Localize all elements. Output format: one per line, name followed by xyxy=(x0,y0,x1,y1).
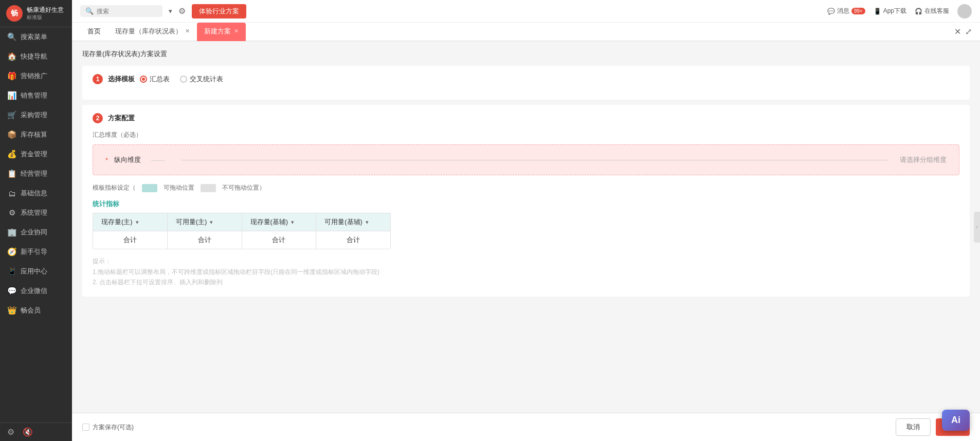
cancel-button[interactable]: 取消 xyxy=(896,418,931,436)
logo: 畅 畅康通好生意 标准版 xyxy=(0,0,72,27)
sidebar-item-search-menu[interactable]: 🔍 搜索菜单 xyxy=(0,27,72,47)
system-icon: ⚙ xyxy=(7,208,16,217)
search-box[interactable]: 🔍 xyxy=(80,5,162,17)
chevron-down-icon-0[interactable]: ▾ xyxy=(136,219,139,226)
stats-header-label-0: 现存量(主) xyxy=(101,217,133,227)
topbar-gear-icon[interactable]: ⚙ xyxy=(178,6,186,16)
dimension-line xyxy=(181,160,887,160)
sidebar-item-operations[interactable]: 📋 经营管理 xyxy=(0,164,72,183)
sidebar-item-app-center[interactable]: 📱 应用中心 xyxy=(0,262,72,281)
tips-section: 提示： 1.拖动标题栏可以调整布局，不可跨维度或指标区域拖动栏目字段(只能在同一… xyxy=(93,257,959,287)
app-download-icon: 📱 xyxy=(874,8,881,15)
tab-inventory-close-icon[interactable]: ✕ xyxy=(185,28,190,34)
tab-new-scheme[interactable]: 新建方案 ✕ xyxy=(197,23,246,41)
tab-expand-icon[interactable]: ⤢ xyxy=(965,27,972,36)
sidebar-item-member[interactable]: 👑 畅会员 xyxy=(0,301,72,320)
step2-header: 2 方案配置 xyxy=(93,113,959,123)
stats-header-col-1[interactable]: 可用量(主) ▾ xyxy=(168,213,242,231)
radio-summary[interactable]: 汇总表 xyxy=(140,75,170,84)
sidebar-item-basic-info[interactable]: 🗂 基础信息 xyxy=(0,183,72,203)
finance-icon: 💰 xyxy=(7,150,16,159)
tab-inventory-status[interactable]: 现存量（库存状况表） ✕ xyxy=(108,23,197,41)
main-area: 🔍 ▾ ⚙ 体验行业方案 💬 消息 99+ 📱 App下载 🎧 在线客服 xyxy=(72,0,980,441)
app-download-button[interactable]: 📱 App下载 xyxy=(874,7,906,15)
page-title: 现存量(库存状况表)方案设置 xyxy=(82,49,970,59)
sidebar-item-system[interactable]: ⚙ 系统管理 xyxy=(0,203,72,223)
tip-item-1: 2. 点击标题栏下拉可设置排序、插入列和删除列 xyxy=(93,278,959,287)
trial-button[interactable]: 体验行业方案 xyxy=(192,4,246,19)
sidebar-item-label: 采购管理 xyxy=(21,111,47,120)
sidebar-item-label: 企业协同 xyxy=(21,228,47,237)
dropdown-chevron-icon: ▾ xyxy=(169,7,172,15)
settings-bottom-icon[interactable]: ⚙ xyxy=(7,427,14,437)
tab-new-scheme-label: 新建方案 xyxy=(204,27,231,36)
radio-summary-label: 汇总表 xyxy=(150,75,170,84)
user-avatar[interactable] xyxy=(957,4,972,19)
sidebar-bottom: ⚙ 🔇 xyxy=(0,422,72,441)
sidebar-nav: 🔍 搜索菜单 🏠 快捷导航 🎁 营销推广 📊 销售管理 🛒 采购管理 📦 库存核… xyxy=(0,27,72,422)
wechat-icon: 💬 xyxy=(7,286,16,296)
logo-icon: 畅 xyxy=(6,5,23,22)
messages-button[interactable]: 💬 消息 99+ xyxy=(827,7,865,15)
topbar-dropdown[interactable]: ▾ xyxy=(169,7,172,15)
tab-home-label: 首页 xyxy=(87,27,101,36)
expand-handle[interactable]: › xyxy=(974,212,980,243)
tips-title: 提示： xyxy=(93,257,959,266)
sidebar-item-finance[interactable]: 💰 资金管理 xyxy=(0,144,72,164)
sidebar-item-quick-nav[interactable]: 🏠 快捷导航 xyxy=(0,47,72,66)
template-radio-group: 汇总表 交叉统计表 xyxy=(140,75,223,84)
sidebar-item-label: 系统管理 xyxy=(21,208,47,217)
save-scheme-checkbox[interactable]: 方案保存(可选) xyxy=(82,423,134,432)
sidebar-item-newbie[interactable]: 🧭 新手引导 xyxy=(0,242,72,262)
sidebar-item-label: 畅会员 xyxy=(21,306,41,315)
operations-icon: 📋 xyxy=(7,169,16,178)
stats-table: 现存量(主) ▾ 可用量(主) ▾ 现存量(基辅) ▾ 可用量(基辅) ▾ xyxy=(93,213,391,249)
non-draggable-indicator-box xyxy=(201,184,216,192)
sidebar-item-label: 搜索菜单 xyxy=(21,32,47,42)
online-service-button[interactable]: 🎧 在线客服 xyxy=(915,7,949,15)
radio-summary-circle xyxy=(140,76,147,83)
radio-crosstab[interactable]: 交叉统计表 xyxy=(180,75,223,84)
step2-title: 方案配置 xyxy=(108,114,135,123)
tab-inventory-status-label: 现存量（库存状况表） xyxy=(115,27,182,36)
sidebar-item-inventory[interactable]: 📦 库存核算 xyxy=(0,125,72,144)
ai-button[interactable]: Ai xyxy=(942,410,970,431)
stats-header-col-3[interactable]: 可用量(基辅) ▾ xyxy=(316,213,390,231)
indicator-label: 模板指标设定（ xyxy=(93,183,136,192)
tab-new-scheme-close-icon[interactable]: ✕ xyxy=(234,28,239,34)
required-mark: * xyxy=(105,156,108,164)
step1-section: 1 选择模板 汇总表 交叉统计表 xyxy=(82,66,970,100)
sidebar-item-sales[interactable]: 📊 销售管理 xyxy=(0,86,72,105)
messages-label: 消息 xyxy=(837,7,849,15)
sidebar-item-wechat[interactable]: 💬 企业微信 xyxy=(0,281,72,301)
tab-home[interactable]: 首页 xyxy=(80,23,108,41)
tab-close-icon[interactable]: ✕ xyxy=(954,27,961,36)
stats-header-col-2[interactable]: 现存量(基辅) ▾ xyxy=(242,213,317,231)
sidebar-item-purchase[interactable]: 🛒 采购管理 xyxy=(0,105,72,125)
app-name: 畅康通好生意 xyxy=(27,6,64,14)
topbar: 🔍 ▾ ⚙ 体验行业方案 💬 消息 99+ 📱 App下载 🎧 在线客服 xyxy=(72,0,980,23)
chevron-down-icon-2[interactable]: ▾ xyxy=(291,219,294,226)
stats-header-col-0[interactable]: 现存量(主) ▾ xyxy=(93,213,168,231)
content-area: 现存量(库存状况表)方案设置 1 选择模板 汇总表 交叉统计表 xyxy=(72,41,980,413)
dimension-pink-area[interactable]: * 纵向维度 —— 请选择分组维度 xyxy=(93,144,959,175)
sidebar-item-enterprise[interactable]: 🏢 企业协同 xyxy=(0,223,72,242)
dimension-label: 汇总维度（必选） xyxy=(93,131,959,139)
draggable-indicator-box xyxy=(142,184,157,192)
sidebar-item-label: 营销推广 xyxy=(21,71,47,81)
bottom-bar: 方案保存(可选) 取消 查询 xyxy=(72,413,980,441)
sidebar-item-label: 资金管理 xyxy=(21,150,47,159)
search-input[interactable] xyxy=(97,8,157,15)
checkbox-box[interactable] xyxy=(82,424,89,431)
purchase-icon: 🛒 xyxy=(7,111,16,120)
stats-data-cell-0-1: 合计 xyxy=(168,231,242,249)
stats-data-cell-0-0: 合计 xyxy=(93,231,168,249)
mute-bottom-icon[interactable]: 🔇 xyxy=(23,427,33,437)
message-icon: 💬 xyxy=(827,8,835,15)
chevron-down-icon-1[interactable]: ▾ xyxy=(210,219,213,226)
sidebar-item-marketing[interactable]: 🎁 营销推广 xyxy=(0,66,72,86)
chevron-down-icon-3[interactable]: ▾ xyxy=(366,219,369,226)
quick-nav-icon: 🏠 xyxy=(7,52,16,61)
search-menu-icon: 🔍 xyxy=(7,32,16,42)
app-download-label: App下载 xyxy=(883,7,906,15)
